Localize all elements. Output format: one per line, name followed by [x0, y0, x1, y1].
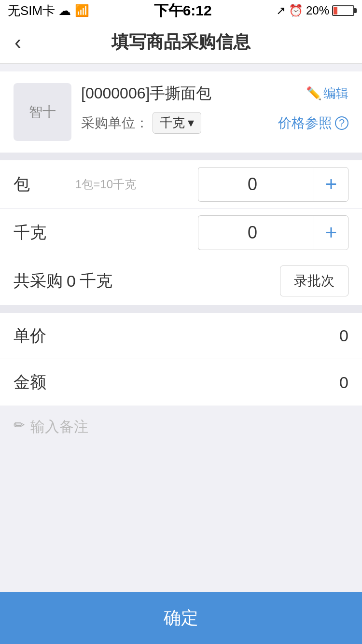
amount-value: 0 [339, 373, 348, 392]
purchase-unit-label: 采购单位： [81, 114, 149, 132]
product-unit-row: 采购单位： 千克 ▾ 价格参照 ? [81, 112, 348, 134]
unit-price-label: 单价 [14, 325, 46, 347]
edit-button[interactable]: ✏️ 编辑 [306, 85, 348, 102]
battery-icon [332, 5, 354, 16]
back-button[interactable]: ‹ [10, 26, 26, 59]
notes-icon: ✏ [14, 417, 25, 433]
bao-input[interactable] [198, 167, 314, 202]
status-right: ↗ ⏰ 20% [276, 4, 354, 17]
kg-plus-button[interactable]: + [314, 215, 348, 250]
amount-label: 金额 [14, 371, 46, 393]
price-reference-button[interactable]: 价格参照 ? [278, 114, 348, 132]
total-unit: 千克 [80, 270, 112, 292]
kg-input-wrap: + [198, 215, 348, 250]
batch-button[interactable]: 录批次 [280, 266, 348, 296]
purchase-unit-dropdown[interactable]: 千克 ▾ [153, 112, 201, 134]
price-ref-help-icon: ? [335, 116, 348, 130]
section-divider-1 [0, 153, 362, 160]
unit-value: 千克 [160, 114, 185, 131]
page-title: 填写商品采购信息 [111, 30, 251, 54]
bao-sub-label: 1包=10千克 [75, 177, 198, 192]
confirm-label: 确定 [164, 606, 198, 630]
unit-price-value: 0 [339, 326, 348, 345]
sim-label: 无SIM卡 ☁ [8, 2, 71, 19]
price-section: 单价 0 金额 0 [0, 313, 362, 406]
total-value: 0 [67, 272, 76, 291]
alarm-icon: ⏰ [289, 4, 303, 17]
status-bar: 无SIM卡 ☁ 📶 下午6:12 ↗ ⏰ 20% [0, 0, 362, 21]
bao-label: 包 [14, 173, 71, 196]
input-section: 包 1包=10千克 + 千克 + [0, 160, 362, 257]
confirm-button[interactable]: 确定 [0, 592, 362, 644]
bao-input-wrap: + [198, 167, 348, 202]
dropdown-arrow: ▾ [188, 115, 194, 130]
location-icon: ↗ [276, 4, 286, 17]
notes-section[interactable]: ✏ 输入备注 [0, 406, 362, 454]
product-card: 智十 [0000006]手撕面包 采购单位： 千克 ▾ 价格参照 ? ✏️ [0, 71, 362, 153]
battery-percent: 20% [306, 4, 329, 17]
status-left: 无SIM卡 ☁ 📶 [8, 2, 89, 19]
nav-bar: ‹ 填写商品采购信息 [0, 21, 362, 64]
total-row: 共采购 0 千克 录批次 [0, 257, 362, 305]
edit-label: 编辑 [323, 85, 348, 102]
amount-row: 金额 0 [0, 359, 362, 406]
status-time: 下午6:12 [154, 1, 212, 21]
kg-input-row: 千克 + [0, 209, 362, 257]
kg-input[interactable] [198, 215, 314, 250]
wifi-icon: 📶 [75, 4, 89, 17]
bao-plus-button[interactable]: + [314, 167, 348, 202]
product-logo: 智十 [29, 103, 56, 121]
bao-input-row: 包 1包=10千克 + [0, 160, 362, 209]
product-image: 智十 [14, 83, 71, 141]
total-label: 共采购 [14, 270, 63, 292]
unit-price-row: 单价 0 [0, 313, 362, 359]
price-ref-label: 价格参照 [278, 114, 332, 132]
kg-label: 千克 [14, 222, 71, 244]
edit-icon: ✏️ [306, 86, 321, 101]
notes-placeholder: 输入备注 [30, 417, 88, 437]
section-divider-2 [0, 305, 362, 313]
